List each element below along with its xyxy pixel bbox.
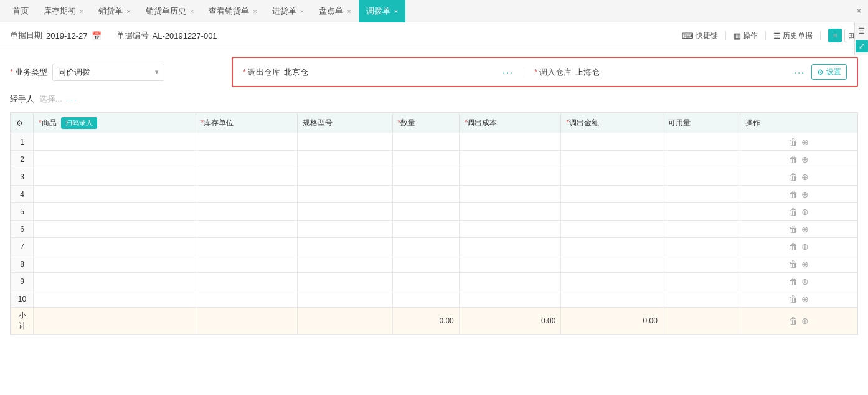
cell-amount[interactable]	[561, 238, 663, 255]
cell-available[interactable]	[663, 255, 740, 273]
cell-spec[interactable]	[298, 255, 393, 273]
cell-cost[interactable]	[459, 273, 561, 290]
cell-amount[interactable]	[561, 273, 663, 290]
cell-available[interactable]	[663, 221, 740, 238]
copy-icon[interactable]: ⊕	[801, 316, 809, 326]
cell-spec[interactable]	[298, 133, 393, 151]
cell-cost[interactable]	[459, 203, 561, 221]
cell-qty[interactable]	[392, 186, 459, 203]
cell-product[interactable]	[34, 238, 196, 255]
warehouse-out-dots[interactable]: ···	[502, 67, 514, 77]
delete-icon[interactable]: 🗑	[789, 294, 798, 304]
copy-icon[interactable]: ⊕	[801, 277, 809, 287]
cell-qty[interactable]	[392, 168, 459, 186]
tab-close-transfer-order[interactable]: ×	[394, 7, 398, 15]
cell-qty[interactable]	[392, 133, 459, 151]
operations-action[interactable]: ▦ 操作	[734, 31, 758, 41]
cell-spec[interactable]	[298, 203, 393, 221]
cell-amount[interactable]	[561, 255, 663, 273]
tab-close-purchase-order[interactable]: ×	[300, 7, 304, 15]
delete-icon[interactable]: 🗑	[789, 137, 798, 147]
cell-unit[interactable]	[196, 133, 298, 151]
operator-placeholder[interactable]: 选择...	[39, 93, 62, 105]
cell-amount[interactable]	[561, 151, 663, 168]
cell-amount[interactable]	[561, 133, 663, 151]
cell-amount[interactable]	[561, 186, 663, 203]
cell-qty[interactable]	[392, 238, 459, 255]
cell-product[interactable]	[34, 203, 196, 221]
scan-btn[interactable]: 扫码录入	[61, 117, 97, 129]
cell-cost[interactable]	[459, 255, 561, 273]
cell-product[interactable]	[34, 186, 196, 203]
cell-spec[interactable]	[298, 221, 393, 238]
cell-product[interactable]	[34, 133, 196, 151]
copy-icon[interactable]: ⊕	[801, 242, 809, 252]
copy-icon[interactable]: ⊕	[801, 294, 809, 304]
cell-qty[interactable]	[392, 290, 459, 308]
sidebar-expand-icon[interactable]: ⤢	[856, 40, 868, 52]
cell-product[interactable]	[34, 255, 196, 273]
tab-close-view-sales[interactable]: ×	[253, 7, 257, 15]
cell-available[interactable]	[663, 203, 740, 221]
cell-unit[interactable]	[196, 238, 298, 255]
cell-cost[interactable]	[459, 151, 561, 168]
cell-available[interactable]	[663, 186, 740, 203]
cell-unit[interactable]	[196, 221, 298, 238]
cell-available[interactable]	[663, 151, 740, 168]
th-settings[interactable]: ⚙	[11, 113, 34, 133]
copy-icon[interactable]: ⊕	[801, 207, 809, 217]
delete-icon[interactable]: 🗑	[789, 189, 798, 199]
cell-qty[interactable]	[392, 203, 459, 221]
cell-product[interactable]	[34, 151, 196, 168]
cell-product[interactable]	[34, 273, 196, 290]
cell-spec[interactable]	[298, 186, 393, 203]
tab-close-sales-order[interactable]: ×	[126, 7, 130, 15]
cell-cost[interactable]	[459, 238, 561, 255]
settings-button[interactable]: ⚙ 设置	[811, 64, 847, 80]
cell-product[interactable]	[34, 221, 196, 238]
history-action[interactable]: ☰ 历史单据	[773, 31, 813, 41]
cell-available[interactable]	[663, 238, 740, 255]
tab-inventory-init[interactable]: 库存期初 ×	[36, 0, 91, 22]
copy-icon[interactable]: ⊕	[801, 137, 809, 147]
tab-close-inventory-init[interactable]: ×	[80, 7, 83, 15]
tab-view-sales[interactable]: 查看销货单 ×	[201, 0, 264, 22]
copy-icon[interactable]: ⊕	[801, 172, 809, 182]
delete-icon[interactable]: 🗑	[789, 155, 798, 164]
toolbar-lines-btn[interactable]: ≡	[828, 29, 842, 42]
cell-qty[interactable]	[392, 255, 459, 273]
cell-cost[interactable]	[459, 133, 561, 151]
cell-available[interactable]	[663, 273, 740, 290]
copy-icon[interactable]: ⊕	[801, 189, 809, 199]
cell-unit[interactable]	[196, 255, 298, 273]
cell-spec[interactable]	[298, 168, 393, 186]
copy-icon[interactable]: ⊕	[801, 224, 809, 234]
delete-icon[interactable]: 🗑	[789, 242, 798, 252]
cell-amount[interactable]	[561, 221, 663, 238]
tab-close-inventory-count[interactable]: ×	[347, 7, 351, 15]
tab-close-sales-history[interactable]: ×	[190, 7, 194, 15]
copy-icon[interactable]: ⊕	[801, 155, 809, 164]
shortcut-key-action[interactable]: ⌨ 快捷键	[682, 31, 718, 41]
tab-inventory-count[interactable]: 盘点单 ×	[311, 0, 358, 22]
sidebar-list-icon[interactable]: ☰	[856, 25, 868, 37]
cell-qty[interactable]	[392, 273, 459, 290]
cell-cost[interactable]	[459, 221, 561, 238]
cell-cost[interactable]	[459, 168, 561, 186]
cell-unit[interactable]	[196, 203, 298, 221]
cell-available[interactable]	[663, 168, 740, 186]
delete-icon[interactable]: 🗑	[789, 277, 798, 287]
delete-icon[interactable]: 🗑	[789, 207, 798, 217]
cell-unit[interactable]	[196, 273, 298, 290]
cell-spec[interactable]	[298, 290, 393, 308]
cell-available[interactable]	[663, 133, 740, 151]
delete-icon[interactable]: 🗑	[789, 259, 798, 269]
cell-amount[interactable]	[561, 203, 663, 221]
cell-unit[interactable]	[196, 151, 298, 168]
cell-qty[interactable]	[392, 221, 459, 238]
tab-sales-history[interactable]: 销货单历史 ×	[138, 0, 201, 22]
cell-amount[interactable]	[561, 290, 663, 308]
cell-cost[interactable]	[459, 290, 561, 308]
cell-unit[interactable]	[196, 290, 298, 308]
cell-available[interactable]	[663, 290, 740, 308]
